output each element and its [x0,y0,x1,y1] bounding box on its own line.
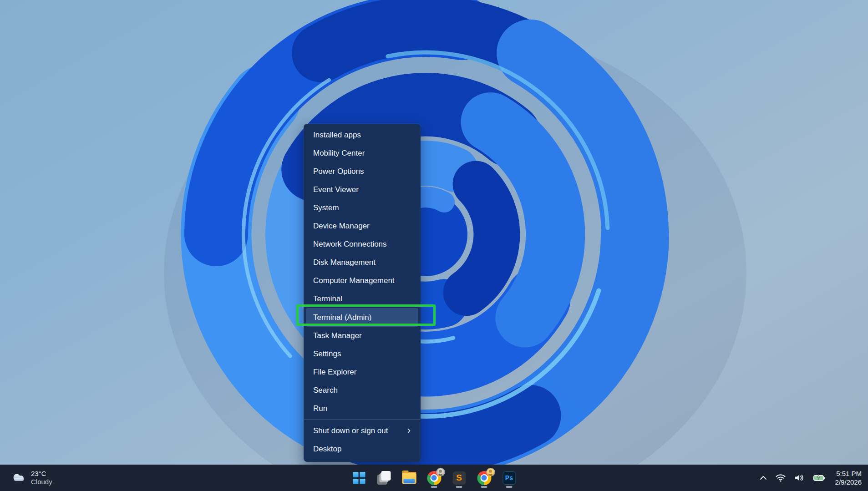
sublime-text-button[interactable]: S [449,467,469,489]
battery-charging-icon [813,473,826,482]
photoshop-icon: Ps [503,471,516,485]
menu-item-search[interactable]: Search [304,381,421,400]
chrome-profile-avatar [437,468,444,476]
taskbar-clock[interactable]: 5:51 PM 2/9/2026 [833,469,863,486]
chrome-icon [427,471,441,485]
menu-item-label: Task Manager [313,331,362,340]
weather-temperature: 23°C [31,470,52,478]
file-explorer-button[interactable] [399,467,419,489]
running-indicator [481,486,487,488]
menu-item-installed-apps[interactable]: Installed apps [304,126,421,144]
folder-icon [402,472,416,484]
weather-widget[interactable]: 23°C Cloudy [6,465,57,491]
menu-item-label: Device Manager [313,222,370,231]
menu-item-label: Network Connections [313,240,387,249]
menu-item-label: File Explorer [313,368,356,377]
annotation-highlight-box [296,304,436,326]
start-button[interactable] [349,467,369,489]
menu-item-label: Settings [313,349,341,359]
menu-item-label: Computer Management [313,276,395,285]
menu-item-label: Disk Management [313,258,376,267]
chrome-icon [477,471,491,485]
submenu-chevron-icon: › [407,425,411,435]
menu-item-desktop[interactable]: Desktop [304,440,421,458]
menu-item-label: Search [313,386,338,395]
battery-button[interactable] [810,468,828,487]
speaker-icon [794,474,804,482]
running-indicator [456,486,462,488]
taskbar: 23°C Cloudy [0,465,868,491]
chrome-profile-1-button[interactable] [424,467,444,489]
windows-logo-icon [353,472,365,484]
menu-item-system[interactable]: System [304,199,421,217]
running-indicator [431,486,437,488]
wallpaper-bloom [0,0,868,491]
menu-item-file-explorer[interactable]: File Explorer [304,363,421,381]
hidden-icons-button[interactable] [757,468,770,487]
wifi-icon [776,474,786,482]
winx-context-menu: Installed apps Mobility Center Power Opt… [304,124,421,462]
photoshop-button[interactable]: Ps [499,467,519,489]
taskbar-app-icons: S Ps [349,465,519,491]
clock-date: 2/9/2026 [835,478,862,486]
menu-item-settings[interactable]: Settings [304,345,421,363]
sublime-text-icon: S [452,471,466,485]
menu-item-task-manager[interactable]: Task Manager [304,327,421,345]
chrome-profile-avatar [487,468,494,476]
menu-item-label: Installed apps [313,131,361,140]
weather-condition: Cloudy [31,478,52,486]
chevron-up-icon [760,476,767,480]
task-view-icon [377,471,391,485]
menu-item-label: Event Viewer [313,185,359,194]
menu-item-shut-down-or-sign-out[interactable]: Shut down or sign out › [304,422,421,440]
menu-item-computer-management[interactable]: Computer Management [304,272,421,290]
menu-item-label: Run [313,404,327,413]
menu-item-power-options[interactable]: Power Options [304,162,421,181]
menu-separator [304,420,420,420]
menu-item-label: Mobility Center [313,149,365,158]
menu-item-mobility-center[interactable]: Mobility Center [304,144,421,162]
menu-item-label: Power Options [313,167,364,176]
system-tray: 5:51 PM 2/9/2026 [757,465,863,491]
menu-item-label: Shut down or sign out [313,426,388,435]
cloud-icon [11,472,26,483]
task-view-button[interactable] [374,467,394,489]
running-indicator [506,486,513,488]
menu-item-label: Desktop [313,445,341,454]
chrome-profile-2-button[interactable] [474,467,494,489]
menu-item-network-connections[interactable]: Network Connections [304,235,421,253]
menu-item-label: System [313,203,339,213]
menu-item-disk-management[interactable]: Disk Management [304,253,421,272]
wifi-button[interactable] [773,468,788,487]
menu-item-label: Terminal [313,294,342,304]
menu-item-device-manager[interactable]: Device Manager [304,217,421,235]
menu-item-event-viewer[interactable]: Event Viewer [304,181,421,199]
menu-item-run[interactable]: Run [304,400,421,418]
desktop: { "menu": { "items": [ { "label": "Insta… [0,0,868,491]
clock-time: 5:51 PM [835,469,862,478]
volume-button[interactable] [792,468,807,487]
